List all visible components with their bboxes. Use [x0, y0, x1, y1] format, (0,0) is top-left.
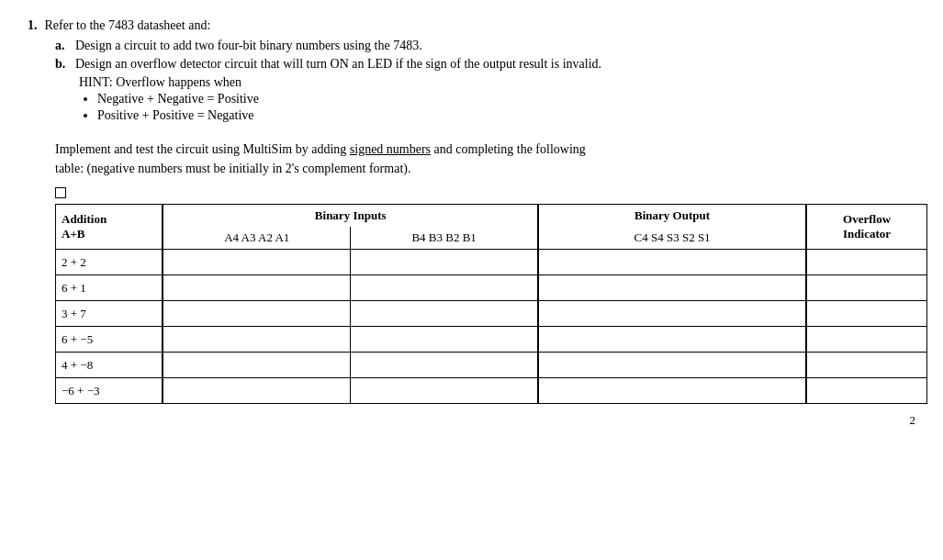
row-2-output — [538, 275, 806, 301]
part-b-text: Design an overflow detector circuit that… — [75, 57, 601, 72]
row-5-output — [538, 353, 806, 378]
row-2-b-inputs — [351, 275, 538, 301]
row-3-addition: 3 + 7 — [56, 301, 163, 327]
col-binary-output-header: Binary Output — [538, 205, 806, 228]
data-table: Addition A+B Binary Inputs Binary Output… — [55, 204, 927, 404]
bullet-list: Negative + Negative = Positive Positive … — [97, 92, 915, 123]
row-5-b-inputs — [351, 353, 538, 378]
row-6-a-inputs — [163, 378, 350, 404]
table-row: 2 + 2 — [56, 250, 927, 275]
col-addition-header: Addition A+B — [56, 205, 163, 250]
hint-line: HINT: Overflow happens when — [79, 75, 915, 90]
problem-container: 1. Refer to the 7483 datasheet and: a. D… — [28, 18, 915, 428]
hint-block: HINT: Overflow happens when Negative + N… — [79, 75, 915, 123]
table-row: 4 + −8 — [56, 353, 927, 378]
problem-number: 1. — [28, 18, 38, 33]
row-3-b-inputs — [351, 301, 538, 327]
row-5-a-inputs — [163, 353, 350, 378]
row-5-overflow — [806, 353, 926, 378]
page-number: 2 — [28, 413, 915, 428]
table-container: Addition A+B Binary Inputs Binary Output… — [55, 187, 915, 404]
row-3-output — [538, 301, 806, 327]
row-3-overflow — [806, 301, 926, 327]
row-4-a-inputs — [163, 327, 350, 353]
col-overflow-header: Overflow Indicator — [806, 205, 926, 250]
table-row: −6 + −3 — [56, 378, 927, 404]
row-6-overflow — [806, 378, 926, 404]
col-output: C4 S4 S3 S2 S1 — [538, 227, 806, 250]
problem-line: 1. Refer to the 7483 datasheet and: — [28, 18, 915, 33]
row-2-addition: 6 + 1 — [56, 275, 163, 301]
table-row: 6 + −5 — [56, 327, 927, 353]
row-4-addition: 6 + −5 — [56, 327, 163, 353]
part-a-text: Design a circuit to add two four-bit bin… — [75, 39, 422, 53]
header-row-top: Addition A+B Binary Inputs Binary Output… — [56, 205, 927, 228]
row-1-overflow — [806, 250, 926, 275]
row-3-a-inputs — [163, 301, 350, 327]
bullet-item-1: Negative + Negative = Positive — [97, 92, 915, 106]
paragraph: Implement and test the circuit using Mul… — [55, 140, 915, 178]
underline-text: signed numbers — [350, 142, 431, 156]
checkbox-row — [55, 187, 915, 202]
part-a: a. Design a circuit to add two four-bit … — [55, 39, 915, 53]
header-row-bottom: A4 A3 A2 A1 B4 B3 B2 B1 C4 S4 S3 S2 S1 — [56, 227, 927, 250]
part-b: b. Design an overflow detector circuit t… — [55, 57, 915, 72]
part-a-label: a. — [55, 39, 70, 53]
row-1-addition: 2 + 2 — [56, 250, 163, 275]
row-1-b-inputs — [351, 250, 538, 275]
row-2-a-inputs — [163, 275, 350, 301]
row-1-output — [538, 250, 806, 275]
row-4-output — [538, 327, 806, 353]
bullet-item-2: Positive + Positive = Negative — [97, 108, 915, 123]
col-a-inputs: A4 A3 A2 A1 — [163, 227, 350, 250]
col-b-inputs: B4 B3 B2 B1 — [351, 227, 538, 250]
table-row: 3 + 7 — [56, 301, 927, 327]
row-2-overflow — [806, 275, 926, 301]
row-4-overflow — [806, 327, 926, 353]
table-body: 2 + 2 6 + 1 3 + 7 — [56, 250, 927, 404]
part-b-label: b. — [55, 57, 70, 72]
checkbox-icon — [55, 187, 66, 198]
problem-intro: Refer to the 7483 datasheet and: — [45, 18, 211, 33]
row-4-b-inputs — [351, 327, 538, 353]
row-1-a-inputs — [163, 250, 350, 275]
row-5-addition: 4 + −8 — [56, 353, 163, 378]
table-row: 6 + 1 — [56, 275, 927, 301]
row-6-output — [538, 378, 806, 404]
col-binary-inputs-header: Binary Inputs — [163, 205, 538, 228]
row-6-b-inputs — [351, 378, 538, 404]
row-6-addition: −6 + −3 — [56, 378, 163, 404]
